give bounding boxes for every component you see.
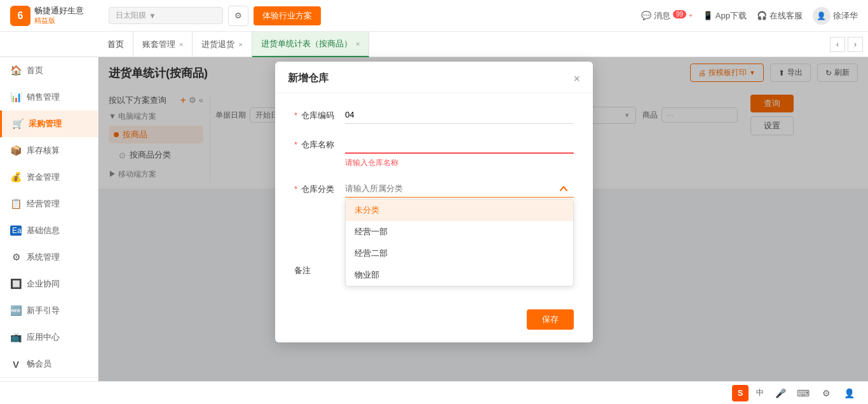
modal-close-button[interactable]: × xyxy=(573,73,580,84)
name-error-message: 请输入仓库名称 xyxy=(345,158,398,168)
sidebar-item-sales[interactable]: 📊 销售管理 xyxy=(0,84,98,111)
s-logo: S xyxy=(732,385,749,401)
member-icon: V xyxy=(10,359,22,370)
form-row-code: * 仓库编码 xyxy=(294,106,574,124)
tab-next-button[interactable]: › xyxy=(848,37,863,52)
category-option-dept2[interactable]: 经营二部 xyxy=(346,243,573,264)
sidebar-label-guide: 新手引导 xyxy=(27,305,60,316)
messages-badge: 99 xyxy=(673,10,686,18)
mic-icon[interactable]: 🎤 xyxy=(771,384,789,402)
messages-badge-plus: + xyxy=(689,12,693,19)
sidebar-label-system: 系统管理 xyxy=(27,252,60,263)
tab-bar: 首页 账套管理 × 进货退货 × 进货单统计表（按商品） × ‹ › xyxy=(0,32,868,57)
message-icon: 💬 xyxy=(641,11,651,20)
sidebar-item-system[interactable]: ⚙ 系统管理 xyxy=(0,244,98,271)
app-logo-icon: 6 xyxy=(10,6,31,26)
category-option-property[interactable]: 物业部 xyxy=(346,264,573,286)
logo-text: 畅捷通好生意 精益版 xyxy=(34,6,84,26)
sidebar-item-purchase[interactable]: 🛒 采购管理 xyxy=(0,111,98,137)
appcenter-icon: 📺 xyxy=(10,332,22,343)
settings-bottom-icon[interactable]: ⚙ xyxy=(817,384,835,402)
header-right: 💬 消息 99 + 📱 App下载 🎧 在线客服 👤 徐泽华 xyxy=(641,7,858,25)
name-input[interactable] xyxy=(345,135,574,154)
sidebar-item-member[interactable]: V 畅会员 xyxy=(0,351,98,377)
sidebar-item-guide[interactable]: 🆕 新手引导 xyxy=(0,297,98,324)
modal-body: * 仓库编码 * 仓库名称 请输入仓库名称 * xyxy=(275,93,593,303)
sidebar-item-operations[interactable]: 📋 经营管理 xyxy=(0,191,98,217)
form-row-name: * 仓库名称 请输入仓库名称 xyxy=(294,135,574,168)
app-download-label: App下载 xyxy=(715,10,747,22)
category-chevron-up-button[interactable] xyxy=(553,180,574,198)
sidebar-item-finance[interactable]: 💰 资金管理 xyxy=(0,164,98,191)
sidebar-label-sales: 销售管理 xyxy=(27,91,60,103)
sales-icon: 📊 xyxy=(10,91,22,103)
tab-purchase-stats-close[interactable]: × xyxy=(356,40,360,48)
code-input[interactable] xyxy=(345,106,574,124)
sidebar-label-purchase: 采购管理 xyxy=(29,118,62,130)
inventory-icon: 📦 xyxy=(10,145,22,156)
tab-account[interactable]: 账套管理 × xyxy=(133,32,193,57)
enterprise-icon: 🔲 xyxy=(10,278,22,290)
zh-label: 中 xyxy=(756,387,764,398)
top-header: 6 畅捷通好生意 精益版 日太阳膜 ▼ ⚙ 体验行业方案 💬 消息 99 + 📱… xyxy=(0,0,868,32)
logo-area: 6 畅捷通好生意 精益版 xyxy=(10,6,109,26)
trial-button[interactable]: 体验行业方案 xyxy=(254,6,321,25)
keyboard-icon[interactable]: ⌨ xyxy=(794,384,812,402)
sidebar-label-operations: 经营管理 xyxy=(27,198,60,210)
basicinfo-icon: Ea xyxy=(10,226,22,236)
tab-account-label: 账套管理 xyxy=(142,39,175,50)
modal-header: 新增仓库 × xyxy=(275,62,593,93)
category-required-star: * xyxy=(294,184,297,194)
sidebar-item-inventory[interactable]: 📦 库存核算 xyxy=(0,137,98,164)
tab-home[interactable]: 首页 xyxy=(98,32,133,57)
category-input[interactable] xyxy=(345,180,574,198)
search-dropdown-arrow[interactable]: ▼ xyxy=(149,11,156,20)
note-label: 备注 xyxy=(294,261,345,276)
chevron-up-icon xyxy=(559,184,569,194)
name-required-star: * xyxy=(294,140,297,149)
search-value: 日太阳膜 xyxy=(116,10,146,21)
tab-account-close[interactable]: × xyxy=(179,41,183,48)
modal-footer: 保存 xyxy=(275,309,593,330)
operations-icon: 📋 xyxy=(10,198,22,210)
tab-purchase-stats[interactable]: 进货单统计表（按商品） × xyxy=(252,32,369,57)
sidebar-item-enterprise[interactable]: 🔲 企业协同 xyxy=(0,271,98,297)
user-profile[interactable]: 👤 徐泽华 xyxy=(813,7,858,25)
sidebar-label-member: 畅会员 xyxy=(27,358,51,370)
app-download-button[interactable]: 📱 App下载 xyxy=(703,10,747,22)
online-service-label: 在线客服 xyxy=(770,10,803,22)
sidebar-item-home[interactable]: 🏠 首页 xyxy=(0,57,98,84)
home-icon: 🏠 xyxy=(10,65,22,76)
tab-purchase-stats-label: 进货单统计表（按商品） xyxy=(261,38,352,50)
name-row-inner: * 仓库名称 xyxy=(294,135,574,154)
sidebar-label-appcenter: 应用中心 xyxy=(27,332,60,343)
tab-purchase-return[interactable]: 进货退货 × xyxy=(193,32,252,57)
sidebar-item-basicinfo[interactable]: Ea 基础信息 xyxy=(0,217,98,244)
tab-nav-buttons: ‹ › xyxy=(830,37,868,52)
header-search-box[interactable]: 日太阳膜 ▼ xyxy=(109,7,223,24)
user-bottom-icon[interactable]: 👤 xyxy=(840,384,858,402)
settings-gear-button[interactable]: ⚙ xyxy=(228,6,248,26)
messages-label: 消息 xyxy=(654,10,670,22)
tab-purchase-return-close[interactable]: × xyxy=(238,41,242,48)
tab-prev-button[interactable]: ‹ xyxy=(830,37,845,52)
form-row-category: * 仓库分类 未分类 经营一部 经营二部 物业部 xyxy=(294,180,574,198)
messages-button[interactable]: 💬 消息 99 + xyxy=(641,10,693,22)
sidebar-label-enterprise: 企业协同 xyxy=(27,278,60,290)
sidebar: 🏠 首页 📊 销售管理 🛒 采购管理 📦 库存核算 💰 资金管理 📋 经营管理 … xyxy=(0,57,98,381)
name-label: * 仓库名称 xyxy=(294,135,345,151)
code-label: * 仓库编码 xyxy=(294,106,345,121)
save-button[interactable]: 保存 xyxy=(527,309,574,330)
sidebar-item-appcenter[interactable]: 📺 应用中心 xyxy=(0,324,98,351)
sidebar-label-home: 首页 xyxy=(27,65,43,76)
modal-title: 新增仓库 xyxy=(288,72,329,85)
gear-icon: ⚙ xyxy=(234,11,242,20)
sidebar-label-basicinfo: 基础信息 xyxy=(27,225,60,236)
name-error-area: 请输入仓库名称 xyxy=(294,155,398,168)
bottom-bar: S 中 🎤 ⌨ ⚙ 👤 xyxy=(0,381,868,404)
tab-home-label: 首页 xyxy=(107,39,124,50)
finance-icon: 💰 xyxy=(10,172,22,183)
category-option-dept1[interactable]: 经营一部 xyxy=(346,221,573,243)
online-service-button[interactable]: 🎧 在线客服 xyxy=(757,10,803,22)
category-option-unclassified[interactable]: 未分类 xyxy=(346,199,573,221)
